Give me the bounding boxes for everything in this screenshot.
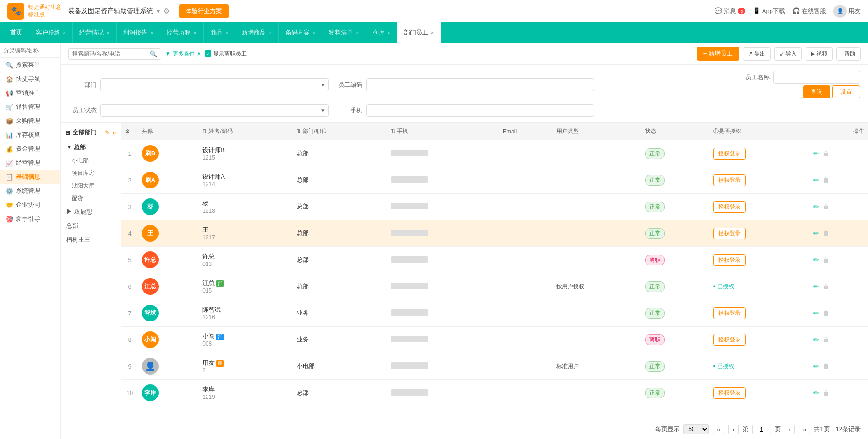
- last-page-button[interactable]: »: [799, 425, 810, 434]
- sidebar-item-system[interactable]: ⚙️ 系统管理: [0, 184, 60, 198]
- auth-login-button[interactable]: 授权登录: [713, 201, 746, 213]
- tab-department[interactable]: 部门员工 ×: [397, 22, 441, 43]
- delete-icon[interactable]: 🗑: [823, 230, 829, 237]
- prev-page-button[interactable]: ‹: [728, 425, 738, 434]
- edit-icon[interactable]: ✏: [813, 389, 819, 397]
- col-phone[interactable]: ⇅ 手机: [387, 123, 499, 140]
- delete-icon[interactable]: 🗑: [823, 150, 829, 157]
- delete-icon[interactable]: 🗑: [823, 203, 829, 210]
- per-page-select[interactable]: 50 20 100: [683, 424, 709, 434]
- dept-item-head[interactable]: ▼ 总部: [61, 140, 121, 154]
- show-resigned-toggle[interactable]: ✓ 显示离职员工: [205, 50, 247, 58]
- export-button[interactable]: ↗ 导出: [743, 47, 771, 61]
- phone-input[interactable]: [366, 104, 595, 117]
- sidebar-search-input[interactable]: [4, 47, 61, 54]
- auth-login-button[interactable]: 授权登录: [713, 334, 746, 346]
- close-icon[interactable]: ×: [269, 30, 271, 35]
- video-button[interactable]: ▶ 视频: [806, 47, 833, 61]
- tab-history[interactable]: 经营历程 ×: [160, 22, 203, 43]
- message-button[interactable]: 💬 消息 5: [715, 7, 745, 15]
- more-filter-button[interactable]: ▼ 更多条件 ∧: [165, 50, 201, 58]
- close-icon[interactable]: ×: [225, 30, 228, 35]
- auth-login-button[interactable]: 授权登录: [713, 254, 746, 266]
- close-icon[interactable]: ×: [63, 30, 66, 35]
- gear-icon[interactable]: ⚙: [163, 7, 170, 15]
- edit-icon[interactable]: ✏: [813, 230, 819, 237]
- dept-item-nanshuwang[interactable]: 楠树王三: [61, 233, 121, 247]
- online-service-button[interactable]: 🎧 在线客服: [792, 7, 826, 15]
- add-employee-button[interactable]: + 新增员工: [697, 47, 739, 61]
- sidebar-item-inventory[interactable]: 📊 库存核算: [0, 128, 60, 142]
- tab-profit[interactable]: 利润报告 ×: [117, 22, 160, 43]
- auth-login-button[interactable]: 授权登录: [713, 387, 746, 399]
- dept-item-shuanglu[interactable]: ▶ 双鹿想: [61, 205, 121, 219]
- sidebar-item-nav[interactable]: 🏠 快捷导航: [0, 72, 60, 86]
- dept-select[interactable]: ▾: [100, 78, 329, 91]
- first-page-button[interactable]: «: [713, 425, 724, 434]
- edit-icon[interactable]: ✏: [813, 256, 819, 264]
- col-name[interactable]: ⇅ 姓名/编码: [199, 123, 293, 140]
- sidebar-item-guide[interactable]: 🎯 新手引导: [0, 212, 60, 226]
- sidebar-item-basic[interactable]: 📋 基础信息: [0, 170, 60, 184]
- user-area[interactable]: 👤 用友: [833, 5, 861, 18]
- auth-login-button[interactable]: 授权登录: [713, 228, 746, 239]
- col-dept[interactable]: ⇅ 部门/职位: [293, 123, 387, 140]
- dept-child-xiaodibu[interactable]: 小电部: [61, 154, 121, 167]
- sidebar-item-operation[interactable]: 📈 经营管理: [0, 156, 60, 170]
- help-button[interactable]: | 帮助: [836, 47, 861, 61]
- tab-new-goods[interactable]: 新增商品 ×: [235, 22, 278, 43]
- edit-icon[interactable]: ✏: [813, 336, 819, 343]
- delete-icon[interactable]: 🗑: [823, 362, 829, 370]
- edit-icon[interactable]: ✏: [813, 150, 819, 157]
- delete-icon[interactable]: 🗑: [823, 389, 829, 397]
- sidebar-search-box[interactable]: 🔍: [0, 43, 60, 58]
- dept-collapse-icon[interactable]: «: [113, 129, 116, 136]
- tab-warehouse[interactable]: 仓库 ×: [366, 22, 397, 43]
- delete-icon[interactable]: 🗑: [823, 283, 829, 290]
- dropdown-arrow-icon[interactable]: ▾: [157, 8, 160, 14]
- sidebar-item-purchase[interactable]: 📦 采购管理: [0, 114, 60, 128]
- sidebar-item-collab[interactable]: 🤝 企业协同: [0, 198, 60, 212]
- edit-icon[interactable]: ✏: [813, 176, 819, 184]
- delete-icon[interactable]: 🗑: [823, 309, 829, 317]
- col-settings[interactable]: ⚙: [121, 123, 138, 140]
- close-icon[interactable]: ×: [356, 30, 359, 35]
- query-button[interactable]: 查询: [803, 85, 830, 98]
- dept-child-shenyang[interactable]: 沈阳大库: [61, 180, 121, 192]
- sidebar-item-search[interactable]: 🔍 搜索菜单: [0, 58, 60, 72]
- close-icon[interactable]: ×: [312, 30, 315, 35]
- delete-icon[interactable]: 🗑: [823, 176, 829, 184]
- close-icon[interactable]: ×: [194, 30, 196, 35]
- employee-name-input[interactable]: [773, 71, 860, 84]
- close-icon[interactable]: ×: [431, 30, 434, 35]
- sidebar-item-sales[interactable]: 🛒 销售管理: [0, 100, 60, 114]
- close-icon[interactable]: ×: [388, 30, 390, 35]
- employee-search-input[interactable]: [72, 50, 147, 57]
- trial-button[interactable]: 体验行业方案: [179, 4, 229, 18]
- auth-login-button[interactable]: 授权登录: [713, 148, 746, 160]
- delete-icon[interactable]: 🗑: [823, 256, 829, 264]
- close-icon[interactable]: ×: [150, 30, 153, 35]
- auth-login-button[interactable]: 授权登录: [713, 307, 746, 319]
- auth-login-button[interactable]: 授权登录: [713, 174, 746, 186]
- sidebar-item-finance[interactable]: 💰 资金管理: [0, 142, 60, 156]
- tab-bom[interactable]: 物料清单 ×: [322, 22, 366, 43]
- edit-icon[interactable]: ✏: [813, 309, 819, 317]
- dept-add-icon[interactable]: ✎: [105, 129, 110, 136]
- employee-search-box[interactable]: 🔍: [68, 48, 161, 60]
- page-number-input[interactable]: [752, 425, 771, 434]
- app-download-button[interactable]: 📱 App下载: [753, 7, 785, 15]
- sidebar-item-marketing[interactable]: 📢 营销推广: [0, 86, 60, 100]
- status-select[interactable]: ▾: [100, 104, 329, 117]
- tab-goods[interactable]: 商品 ×: [204, 22, 235, 43]
- tab-home[interactable]: 首页: [4, 22, 29, 43]
- edit-icon[interactable]: ✏: [813, 203, 819, 210]
- dept-item-zongbu[interactable]: 总部: [61, 219, 121, 233]
- import-button[interactable]: ↙ 导入: [774, 47, 802, 61]
- edit-icon[interactable]: ✏: [813, 362, 819, 370]
- tab-barcode[interactable]: 条码方案 ×: [279, 22, 322, 43]
- delete-icon[interactable]: 🗑: [823, 336, 829, 343]
- tab-business[interactable]: 经营情况 ×: [73, 22, 116, 43]
- employee-code-input[interactable]: [366, 78, 595, 91]
- edit-icon[interactable]: ✏: [813, 283, 819, 290]
